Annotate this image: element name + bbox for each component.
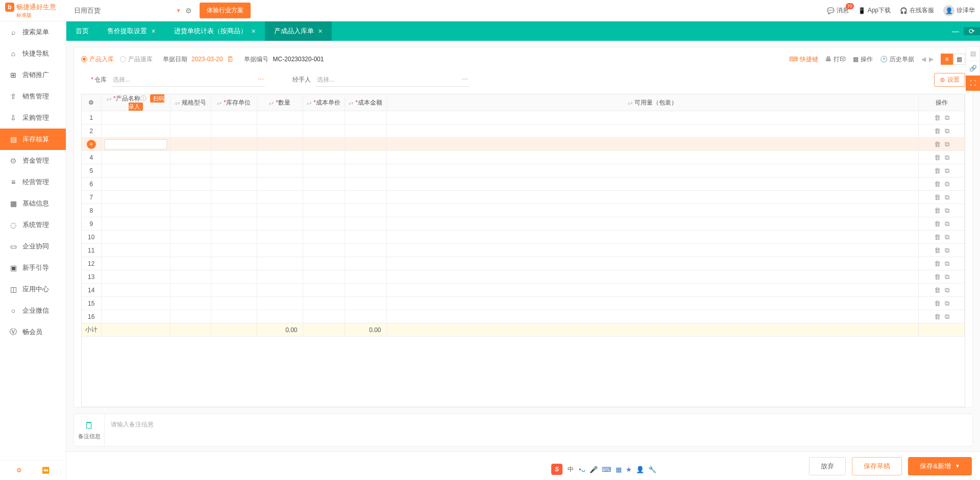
copy-icon[interactable]: ⧉ xyxy=(945,299,949,307)
table-row[interactable]: 13🗑⧉ xyxy=(82,270,965,284)
sidebar-item[interactable]: ○企业微信 xyxy=(0,300,66,321)
download-button[interactable]: 📱 App下载 xyxy=(858,6,891,15)
sidebar-item[interactable]: ◌系统管理 xyxy=(0,214,66,236)
trial-button[interactable]: 体验行业方案 xyxy=(200,3,251,18)
copy-icon[interactable]: ⧉ xyxy=(945,246,949,254)
tab[interactable]: 首页 xyxy=(66,21,98,41)
support-button[interactable]: 🎧 在线客服 xyxy=(900,6,934,15)
copy-icon[interactable]: ⧉ xyxy=(945,167,949,174)
table-row[interactable]: 14🗑⧉ xyxy=(82,284,965,297)
tab[interactable]: 进货单统计表（按商品）✕ xyxy=(165,21,265,41)
delete-icon[interactable]: 🗑 xyxy=(934,260,941,267)
sidebar-item[interactable]: ⇧销售管理 xyxy=(0,86,66,107)
delete-icon[interactable]: 🗑 xyxy=(934,154,941,161)
copy-icon[interactable]: ⧉ xyxy=(945,193,949,201)
copy-icon[interactable]: ⧉ xyxy=(945,220,949,228)
sidebar-item[interactable]: ◫应用中心 xyxy=(0,279,66,300)
copy-icon[interactable]: ⧉ xyxy=(945,127,949,135)
copy-icon[interactable]: ⧉ xyxy=(945,140,949,148)
table-row[interactable]: 7🗑⧉ xyxy=(82,191,965,204)
delete-icon[interactable]: 🗑 xyxy=(934,286,941,294)
copy-icon[interactable]: ⧉ xyxy=(945,207,949,214)
tab[interactable]: 售价提取设置✕ xyxy=(98,21,165,41)
rail-link-icon[interactable]: 🔗 xyxy=(966,61,980,76)
table-row[interactable]: +🗑⧉ xyxy=(82,138,965,151)
table-row[interactable]: 5🗑⧉ xyxy=(82,164,965,178)
settings-gear-icon[interactable]: ⚙ xyxy=(16,467,22,474)
close-icon[interactable]: ✕ xyxy=(251,28,256,35)
sidebar-item[interactable]: ⊞营销推广 xyxy=(0,64,66,86)
tab[interactable]: 产成品入库单✕ xyxy=(265,21,332,41)
history-button[interactable]: 🕑 历史单据 xyxy=(880,55,914,64)
radio-product-out[interactable]: 产品退库 xyxy=(120,55,153,64)
radio-product-in[interactable]: 产品入库 xyxy=(81,55,114,64)
save-and-new-button[interactable]: 保存&新增▼ xyxy=(908,457,972,475)
ime-bar[interactable]: S 中 •ᴗ 🎤 ⌨ ▦ ★ 👤 🔧 xyxy=(551,464,656,475)
delete-icon[interactable]: 🗑 xyxy=(934,127,941,135)
rail-expand-icon[interactable]: ⛶ xyxy=(966,75,980,91)
view-grid-icon[interactable]: ▦ xyxy=(953,54,965,65)
table-row[interactable]: 9🗑⧉ xyxy=(82,217,965,231)
sidebar-item[interactable]: ▤库存核算 xyxy=(0,129,66,150)
collapse-icon[interactable]: ⏪ xyxy=(42,467,50,474)
sidebar-item[interactable]: Ⓥ畅会员 xyxy=(0,321,66,343)
more-icon[interactable]: ⋯ xyxy=(462,75,468,84)
product-name-input[interactable] xyxy=(105,139,167,149)
settings-button[interactable]: ⚙ 设置 xyxy=(934,73,965,87)
copy-icon[interactable]: ⧉ xyxy=(945,313,949,320)
sidebar-item[interactable]: ⌂快捷导航 xyxy=(0,43,66,64)
add-row-icon[interactable]: + xyxy=(87,140,96,149)
delete-icon[interactable]: 🗑 xyxy=(934,207,941,214)
ime-lang[interactable]: 中 xyxy=(568,465,574,474)
sidebar-item[interactable]: ⊙资金管理 xyxy=(0,150,66,171)
view-list-icon[interactable]: ≡ xyxy=(941,54,953,65)
next-icon[interactable]: ▶ xyxy=(929,56,934,63)
copy-icon[interactable]: ⧉ xyxy=(945,180,949,188)
help-icon[interactable]: ⓘ xyxy=(140,95,146,102)
delete-icon[interactable]: 🗑 xyxy=(934,220,941,228)
delete-icon[interactable]: 🗑 xyxy=(934,273,941,281)
user-menu[interactable]: 👤 徐泽华 xyxy=(943,5,975,16)
calendar-icon[interactable]: 🗓 xyxy=(227,55,234,63)
ime-mic-icon[interactable]: 🎤 xyxy=(590,466,598,473)
table-row[interactable]: 12🗑⧉ xyxy=(82,257,965,270)
table-row[interactable]: 15🗑⧉ xyxy=(82,297,965,310)
table-row[interactable]: 4🗑⧉ xyxy=(82,151,965,164)
sidebar-item[interactable]: ≡经营管理 xyxy=(0,171,66,193)
rail-doc-icon[interactable]: ▤ xyxy=(966,46,980,61)
ime-user-icon[interactable]: 👤 xyxy=(636,466,644,473)
close-icon[interactable]: ✕ xyxy=(318,28,323,35)
remark-input[interactable]: 请输入备注信息 xyxy=(105,414,972,446)
copy-icon[interactable]: ⧉ xyxy=(945,233,949,241)
sidebar-item[interactable]: ▭企业协同 xyxy=(0,236,66,257)
ime-emoticon-icon[interactable]: •ᴗ xyxy=(579,466,585,473)
table-row[interactable]: 11🗑⧉ xyxy=(82,244,965,257)
save-draft-button[interactable]: 保存草稿 xyxy=(852,457,902,475)
delete-icon[interactable]: 🗑 xyxy=(934,180,941,188)
ops-button[interactable]: ▦ 操作 xyxy=(853,55,873,64)
sidebar-item[interactable]: ⌕搜索菜单 xyxy=(0,21,66,43)
ime-tool-icon[interactable]: 🔧 xyxy=(648,466,656,473)
hotkey-button[interactable]: ⌨ 快捷键 xyxy=(789,55,818,64)
gear-icon[interactable]: ⚙ xyxy=(185,7,192,15)
copy-icon[interactable]: ⧉ xyxy=(945,154,949,161)
table-row[interactable]: 6🗑⧉ xyxy=(82,178,965,191)
delete-icon[interactable]: 🗑 xyxy=(934,299,941,307)
ime-keyboard-icon[interactable]: ⌨ xyxy=(602,466,611,473)
delete-icon[interactable]: 🗑 xyxy=(934,233,941,241)
sidebar-item[interactable]: ⇩采购管理 xyxy=(0,107,66,129)
bill-date-field[interactable]: 单据日期 2023-03-20 🗓 xyxy=(163,55,234,64)
copy-icon[interactable]: ⧉ xyxy=(945,260,949,267)
ime-star-icon[interactable]: ★ xyxy=(626,466,632,473)
table-row[interactable]: 10🗑⧉ xyxy=(82,231,965,244)
print-button[interactable]: 🖶 打印 xyxy=(825,55,846,64)
handler-field[interactable]: 经手人 选择...⋯ xyxy=(285,73,469,87)
tabs-close-all[interactable]: — xyxy=(947,27,964,35)
table-row[interactable]: 2🗑⧉ xyxy=(82,124,965,138)
delete-icon[interactable]: 🗑 xyxy=(934,193,941,201)
table-row[interactable]: 8🗑⧉ xyxy=(82,204,965,217)
warehouse-field[interactable]: *仓库 选择...⋯ xyxy=(81,73,265,87)
biz-type-select[interactable]: 日用百货 ▾ ⚙ xyxy=(74,6,192,15)
delete-icon[interactable]: 🗑 xyxy=(934,167,941,174)
sidebar-item[interactable]: ▣新手引导 xyxy=(0,257,66,279)
